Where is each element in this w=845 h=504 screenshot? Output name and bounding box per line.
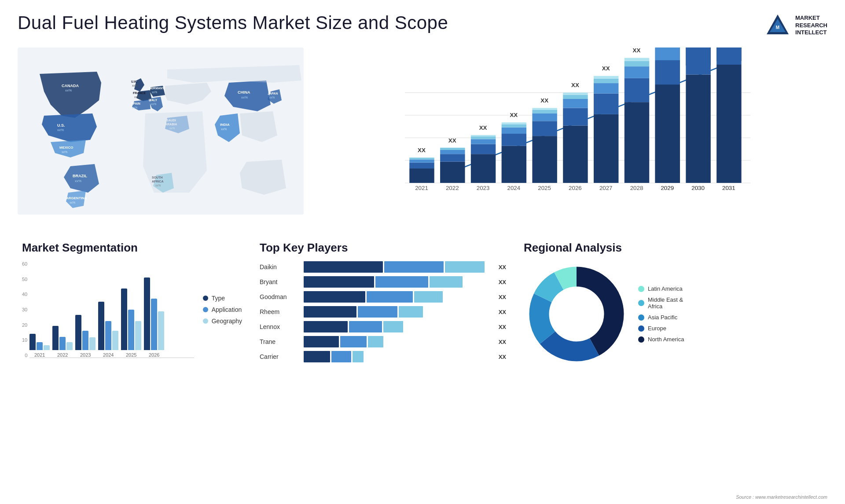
players-title: Top Key Players [260,241,506,255]
reg-color-north-america [638,336,644,343]
svg-text:xx%: xx% [132,106,138,109]
player-bars-daikin [304,261,492,273]
svg-text:2023: 2023 [477,185,490,191]
svg-rect-58 [471,136,496,139]
svg-text:2025: 2025 [538,185,551,191]
svg-text:XX: XX [510,112,518,118]
logo-icon: M [764,12,791,39]
player-daikin: Daikin XX [260,261,506,273]
svg-text:XX: XX [540,97,548,104]
svg-text:xx%: xx% [151,102,157,106]
svg-rect-78 [563,99,588,108]
svg-text:xx%: xx% [152,91,158,94]
svg-text:2031: 2031 [722,185,735,191]
world-map-section: CANADA xx% U.S. xx% MEXICO xx% BRAZIL xx… [18,43,317,232]
svg-text:ITALY: ITALY [149,99,157,102]
source-text: Source : www.marketresearchintellect.com [736,494,827,500]
svg-rect-110 [686,47,710,75]
seg-year-2021: 2021 [29,334,50,358]
player-xx-trane: XX [499,339,506,345]
svg-text:U.K.: U.K. [131,80,137,83]
svg-text:U.S.: U.S. [57,123,65,128]
svg-point-124 [555,292,599,336]
player-bars-rheem [304,306,492,318]
svg-text:CANADA: CANADA [62,84,79,88]
player-xx-rheem: XX [499,309,506,315]
svg-rect-70 [532,121,557,136]
svg-text:xx%: xx% [65,88,72,92]
player-goodman: Goodman XX [260,291,506,303]
player-name-lennox: Lennox [260,323,299,330]
svg-rect-80 [563,93,588,95]
player-name-rheem: Rheem [260,308,299,315]
svg-text:XX: XX [571,82,579,88]
player-bars-lennox [304,321,492,332]
svg-rect-94 [625,58,649,61]
svg-rect-76 [563,126,588,183]
svg-text:ARGENTINA: ARGENTINA [66,196,87,200]
donut-container: Latin America Middle East &Africa Asia P… [524,261,823,367]
segmentation-section: Market Segmentation 60 50 40 30 20 10 0 [18,241,246,367]
svg-rect-91 [625,78,649,102]
player-xx-carrier: XX [499,354,506,360]
player-name-trane: Trane [260,338,299,345]
legend-geography: Geography [203,318,242,325]
svg-text:SPAIN: SPAIN [131,102,140,105]
legend-geography-label: Geography [212,318,242,325]
legend-dot-application [203,307,208,312]
svg-rect-55 [471,154,496,183]
svg-text:xx%: xx% [75,179,81,183]
reg-legend-middle-east: Middle East &Africa [638,296,684,310]
player-bars-goodman [304,291,492,303]
svg-rect-92 [625,66,649,78]
svg-text:CHINA: CHINA [238,90,250,95]
player-bars-trane [304,336,492,347]
svg-rect-64 [502,128,526,134]
svg-rect-112 [716,47,741,65]
svg-rect-45 [409,160,434,163]
svg-text:XX: XX [633,47,641,54]
svg-text:BRAZIL: BRAZIL [73,174,87,178]
svg-rect-63 [502,134,526,146]
svg-rect-111 [716,65,741,183]
svg-rect-71 [532,113,557,121]
svg-text:XX: XX [448,137,456,144]
logo-text: MARKETRESEARCHINTELLECT [795,15,827,37]
legend-application-label: Application [212,306,242,313]
svg-rect-72 [532,110,557,113]
svg-rect-90 [625,102,649,183]
player-lennox: Lennox XX [260,321,506,332]
donut-chart [524,261,629,367]
svg-rect-83 [594,114,618,183]
svg-text:xx%: xx% [132,84,138,87]
reg-label-europe: Europe [648,325,666,332]
logo: M MARKETRESEARCHINTELLECT [764,12,827,39]
svg-rect-59 [471,135,496,136]
player-rheem: Rheem XX [260,306,506,318]
reg-legend-north-america: North America [638,336,684,343]
svg-rect-86 [594,79,618,83]
svg-rect-93 [625,61,649,66]
svg-rect-84 [594,94,618,114]
reg-label-middle-east: Middle East &Africa [648,296,683,310]
legend-type-label: Type [212,295,225,302]
svg-text:xx%: xx% [269,96,275,99]
segmentation-legend: Type Application Geography [194,261,242,358]
player-name-carrier: Carrier [260,353,299,360]
players-section: Top Key Players Daikin XX Bryant [255,241,511,367]
svg-rect-57 [471,139,496,144]
svg-text:XX: XX [418,147,426,153]
svg-rect-108 [655,47,680,60]
svg-rect-109 [686,75,710,183]
seg-year-2024: 2024 [98,302,118,358]
svg-text:2022: 2022 [446,185,459,191]
svg-rect-52 [440,148,465,150]
legend-type: Type [203,295,242,302]
svg-text:xx%: xx% [70,201,75,204]
legend-dot-type [203,296,208,301]
svg-rect-43 [409,168,434,183]
player-name-daikin: Daikin [260,263,299,270]
svg-text:XX: XX [663,47,671,49]
players-list: Daikin XX Bryant XX [260,261,506,362]
player-trane: Trane XX [260,336,506,347]
